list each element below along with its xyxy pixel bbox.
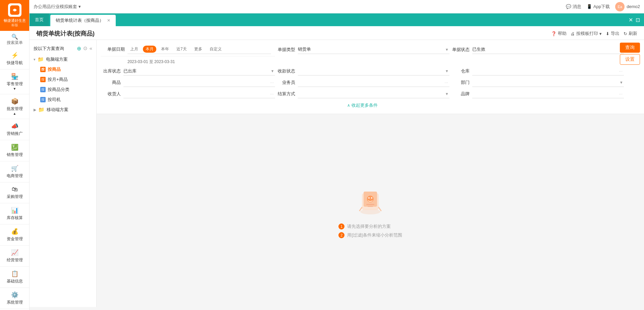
filter-brand-value[interactable]: ··· <box>472 90 624 98</box>
filter-settlement-label: 结算方式 <box>275 91 298 97</box>
filter-date-cell: 单据日期 上月 本月 本年 近7天 更多 自定义 <box>101 43 275 56</box>
export-button[interactable]: ⬇ 导出 <box>606 31 620 37</box>
sidebar-basic-info[interactable]: 📋 基础信息 <box>0 267 29 288</box>
filter-row-2: 出库状态 已出库 ▾ 收款状态 ▾ <box>101 67 624 75</box>
svg-point-7 <box>371 197 372 199</box>
date-btn-7days[interactable]: 近7天 <box>174 46 190 53</box>
chevron-down-icon: ▾ <box>78 4 81 9</box>
collapse-bar[interactable]: ∧ 收起更多条件 <box>101 100 624 111</box>
top-bar: 办公用品行业模拟账套 ▾ 💬 消息 📱 App下载 Ea demo2 <box>30 0 644 13</box>
help-label: 帮助 <box>558 31 567 37</box>
print-label: 按模板打印 <box>576 31 598 37</box>
sidebar-system[interactable]: ⚙️ 系统管理 <box>0 288 29 309</box>
filter-doctype-value[interactable]: 销货单 ▾ <box>298 45 449 54</box>
sidebar-wholesale[interactable]: 📦 批发管理 ▲ <box>0 94 29 119</box>
tree-item-month-product[interactable]: 按 按月+商品 <box>39 74 96 85</box>
sidebar-operations[interactable]: 📈 经营管理 <box>0 246 29 267</box>
tree-item-driver[interactable]: 按 按司机 <box>39 95 96 105</box>
filter-date-label: 单据日期 <box>105 46 127 52</box>
sidebar-purchase[interactable]: 🛍 采购管理 <box>0 183 29 203</box>
date-btn-this-month[interactable]: 本月 <box>143 46 156 53</box>
date-range-text: 2023-03-01 至 2023-03-31 <box>127 59 175 64</box>
tree-item-by-product[interactable]: 按 按商品 <box>39 64 96 74</box>
avatar: Ea <box>615 2 625 11</box>
tab-close-window-icon[interactable]: ✕ <box>629 17 633 23</box>
filter-brand-label: 品牌 <box>449 91 472 97</box>
payment-chevron-icon: ▾ <box>446 68 448 73</box>
search-menu-item[interactable]: 🔍 搜索菜单 <box>5 31 24 48</box>
empty-illustration <box>354 183 387 217</box>
collapse-icon: ∧ <box>347 103 350 108</box>
folder-icon: 📁 <box>38 56 44 62</box>
message-button[interactable]: 💬 消息 <box>566 4 581 10</box>
sidebar: 畅捷通好生意 标版 🔍 搜索菜单 ⚡ 快捷导航 🏪 零售管理 ▼ 📦 批发管理 … <box>0 0 30 310</box>
tree-folder-desktop[interactable]: ▾ 📁 电脑端方案 <box>30 54 96 64</box>
folder-desktop-label: 电脑端方案 <box>46 56 68 62</box>
filter-payment-label: 收款状态 <box>275 68 298 74</box>
filter-date-value[interactable]: 上月 本月 本年 近7天 更多 自定义 <box>127 45 271 54</box>
filter-outbound-value[interactable]: 已出库 ▾ <box>123 67 275 75</box>
folder-mobile-expand-icon: ▶ <box>34 108 36 112</box>
tab-stats-label: 销货单统计表（按商品） <box>56 17 104 23</box>
filter-warehouse-value[interactable]: ··· <box>472 67 624 75</box>
filter-buttons: 查询 设置 <box>620 43 640 65</box>
folder-expand-icon: ▾ <box>34 57 36 62</box>
date-btn-more[interactable]: 更多 <box>192 46 205 53</box>
empty-tip-1: 1 请先选择要分析的方案 <box>338 223 402 229</box>
tree-item-category[interactable]: 按 按商品分类 <box>39 85 96 95</box>
filter-recipient-value[interactable]: ··· <box>123 90 275 98</box>
query-button[interactable]: 查询 <box>620 43 640 53</box>
sidebar-finance[interactable]: 💰 资金管理 <box>0 224 29 246</box>
app-name: 畅捷通好生意 <box>4 18 26 23</box>
print-button[interactable]: 🖨 按模板打印 ▾ <box>571 31 602 37</box>
filter-row-4: 收货人 ··· 结算方式 ▾ <box>101 90 624 98</box>
tree-children-desktop: 按 按商品 按 按月+商品 按 按商品分类 按 <box>30 64 96 105</box>
sidebar-inventory[interactable]: 📊 库存核算 <box>0 203 29 224</box>
download-icon: 📱 <box>587 4 592 9</box>
item-icon-product: 按 <box>40 67 46 72</box>
filter-settlement-value[interactable]: ▾ <box>298 90 449 98</box>
tab-maximize-icon[interactable]: ⊡ <box>636 17 640 23</box>
settings-button[interactable]: 设置 <box>620 54 640 65</box>
tab-controls: ✕ ⊡ <box>629 17 644 23</box>
refresh-button[interactable]: ↻ 刷新 <box>624 31 637 37</box>
filter-staff-value[interactable]: ··· <box>298 78 449 87</box>
filter-payment-value[interactable]: ▾ <box>298 67 449 75</box>
logo-icon <box>8 3 21 17</box>
app-selector[interactable]: 办公用品行业模拟账套 ▾ <box>34 4 81 10</box>
filter-docstatus-label: 单据状态 <box>449 47 472 53</box>
filter-docstatus-value[interactable]: 已生效 ▾ <box>472 45 624 54</box>
left-panel-header: 按以下方案查询 ⊕ ⊙ « <box>30 44 96 54</box>
settlement-chevron-icon: ▾ <box>446 91 448 96</box>
sidebar-quick-nav[interactable]: ⚡ 快捷导航 <box>0 48 29 69</box>
tree-folder-mobile[interactable]: ▶ 📁 移动端方案 <box>30 105 96 115</box>
tab-home[interactable]: 首页 <box>30 13 49 26</box>
sidebar-retail[interactable]: 🏪 零售管理 ▼ <box>0 69 29 94</box>
filter-staff-label: 业务员 <box>275 80 298 86</box>
settings-icon[interactable]: ⊙ <box>83 45 88 52</box>
help-button[interactable]: ❓ 帮助 <box>551 31 567 37</box>
tab-close-icon[interactable]: ✕ <box>107 18 110 23</box>
sidebar-sales[interactable]: 💹 销售管理 <box>0 140 29 161</box>
warehouse-dots-icon: ··· <box>619 68 623 73</box>
date-btn-last-month[interactable]: 上月 <box>127 46 141 53</box>
filter-staff-cell: 业务员 ··· <box>275 78 449 87</box>
empty-tip-2-text: 用[过滤]条件来缩小分析范围 <box>347 232 402 238</box>
filter-product-label: 商品 <box>101 80 123 86</box>
sidebar-ecommerce[interactable]: 🛒 电商管理 <box>0 161 29 183</box>
filter-product-value[interactable]: ··· <box>123 78 275 87</box>
filter-dept-value[interactable]: ▾ <box>472 78 624 87</box>
tree-section-desktop: ▾ 📁 电脑端方案 按 按商品 按 按月+商品 <box>30 54 96 105</box>
add-icon[interactable]: ⊕ <box>77 45 81 52</box>
tab-stats[interactable]: 销货单统计表（按商品） ✕ <box>50 15 116 26</box>
user-menu[interactable]: Ea demo2 <box>615 2 640 11</box>
download-button[interactable]: 📱 App下载 <box>587 4 610 10</box>
left-panel: 按以下方案查询 ⊕ ⊙ « ▾ 📁 电脑端方案 <box>30 40 97 307</box>
sidebar-marketing[interactable]: 📣 营销推广 <box>0 119 29 140</box>
app-selector-label: 办公用品行业模拟账套 <box>34 4 77 10</box>
outbound-text: 已出库 <box>123 68 137 74</box>
date-btn-custom[interactable]: 自定义 <box>207 46 224 53</box>
collapse-icon[interactable]: « <box>90 45 92 52</box>
date-btn-this-year[interactable]: 本年 <box>158 46 172 53</box>
page-actions: ❓ 帮助 🖨 按模板打印 ▾ ⬇ 导出 ↻ 刷新 <box>551 31 637 37</box>
